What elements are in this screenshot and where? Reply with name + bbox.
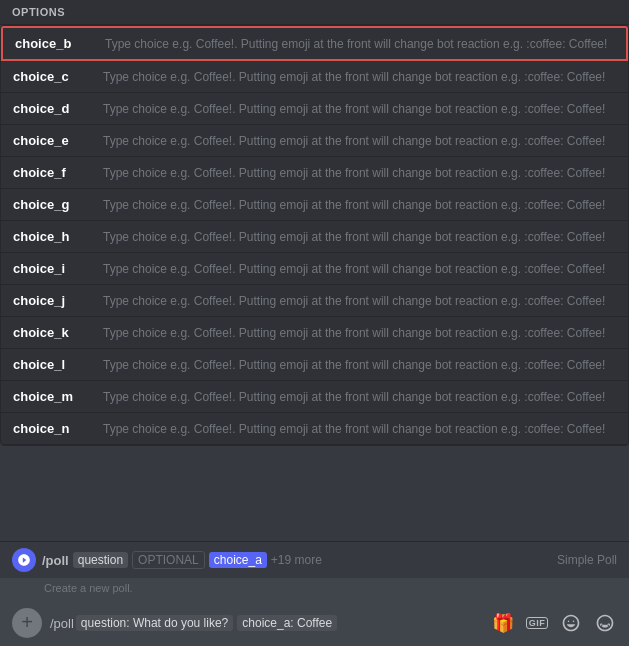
list-item[interactable]: choice_iType choice e.g. Coffee!. Puttin… [1,253,628,285]
choice-desc: Type choice e.g. Coffee!. Putting emoji … [103,358,605,372]
choice-desc: Type choice e.g. Coffee!. Putting emoji … [103,70,605,84]
input-bar: + /poll question: What do you like? choi… [0,600,629,646]
choice-desc: Type choice e.g. Coffee!. Putting emoji … [103,422,605,436]
command-hint: /poll question OPTIONAL choice_a +19 mor… [0,541,629,578]
input-right-icons: 🎁 GIF [491,611,617,635]
list-item[interactable]: choice_gType choice e.g. Coffee!. Puttin… [1,189,628,221]
create-poll-label: Create a new poll. [44,582,133,596]
gift-icon[interactable]: 🎁 [491,611,515,635]
input-pill-2: choice_a: Coffee [237,615,337,631]
choice-label: choice_l [13,357,103,372]
choice-label: choice_n [13,421,103,436]
sticker-icon[interactable] [559,611,583,635]
choice-desc: Type choice e.g. Coffee!. Putting emoji … [105,37,607,51]
choice-label: choice_m [13,389,103,404]
plus-button[interactable]: + [12,608,42,638]
choice-desc: Type choice e.g. Coffee!. Putting emoji … [103,230,605,244]
command-parts: /poll question OPTIONAL choice_a +19 mor… [42,551,617,569]
choice-label: choice_b [15,36,105,51]
choice-label: choice_j [13,293,103,308]
choice-desc: Type choice e.g. Coffee!. Putting emoji … [103,390,605,404]
input-slash-text: /poll [50,616,74,631]
choice-desc: Type choice e.g. Coffee!. Putting emoji … [103,294,605,308]
plus-icon: + [21,612,33,632]
cmd-slash: /poll [42,553,69,568]
input-pill-1: question: What do you like? [76,615,233,631]
choice-desc: Type choice e.g. Coffee!. Putting emoji … [103,134,605,148]
autocomplete-list: choice_bType choice e.g. Coffee!. Puttin… [0,25,629,446]
gif-badge: GIF [526,617,549,629]
cmd-more: +19 more [271,553,322,567]
gif-button[interactable]: GIF [525,611,549,635]
choice-label: choice_g [13,197,103,212]
options-header: OPTIONS [0,0,629,25]
bot-icon [12,548,36,572]
cmd-tag-optional: OPTIONAL [132,551,205,569]
choice-desc: Type choice e.g. Coffee!. Putting emoji … [103,166,605,180]
emoji-icon[interactable] [593,611,617,635]
cmd-tag-question: question [73,552,128,568]
input-field[interactable]: /poll question: What do you like? choice… [50,615,483,631]
choice-desc: Type choice e.g. Coffee!. Putting emoji … [103,102,605,116]
choice-label: choice_e [13,133,103,148]
choice-label: choice_d [13,101,103,116]
choice-label: choice_f [13,165,103,180]
choice-label: choice_c [13,69,103,84]
list-item[interactable]: choice_kType choice e.g. Coffee!. Puttin… [1,317,628,349]
list-item[interactable]: choice_eType choice e.g. Coffee!. Puttin… [1,125,628,157]
cmd-right: Simple Poll [557,553,617,567]
choice-desc: Type choice e.g. Coffee!. Putting emoji … [103,198,605,212]
list-item[interactable]: choice_nType choice e.g. Coffee!. Puttin… [1,413,628,445]
choice-label: choice_k [13,325,103,340]
bottom-bar: /poll question OPTIONAL choice_a +19 mor… [0,541,629,646]
list-item[interactable]: choice_bType choice e.g. Coffee!. Puttin… [1,26,628,61]
cmd-tag-choice: choice_a [209,552,267,568]
list-item[interactable]: choice_fType choice e.g. Coffee!. Puttin… [1,157,628,189]
choice-label: choice_i [13,261,103,276]
choice-label: choice_h [13,229,103,244]
choice-desc: Type choice e.g. Coffee!. Putting emoji … [103,326,605,340]
list-item[interactable]: choice_dType choice e.g. Coffee!. Puttin… [1,93,628,125]
choice-desc: Type choice e.g. Coffee!. Putting emoji … [103,262,605,276]
list-item[interactable]: choice_cType choice e.g. Coffee!. Puttin… [1,61,628,93]
list-item[interactable]: choice_lType choice e.g. Coffee!. Puttin… [1,349,628,381]
list-item[interactable]: choice_mType choice e.g. Coffee!. Puttin… [1,381,628,413]
list-item[interactable]: choice_jType choice e.g. Coffee!. Puttin… [1,285,628,317]
list-item[interactable]: choice_hType choice e.g. Coffee!. Puttin… [1,221,628,253]
